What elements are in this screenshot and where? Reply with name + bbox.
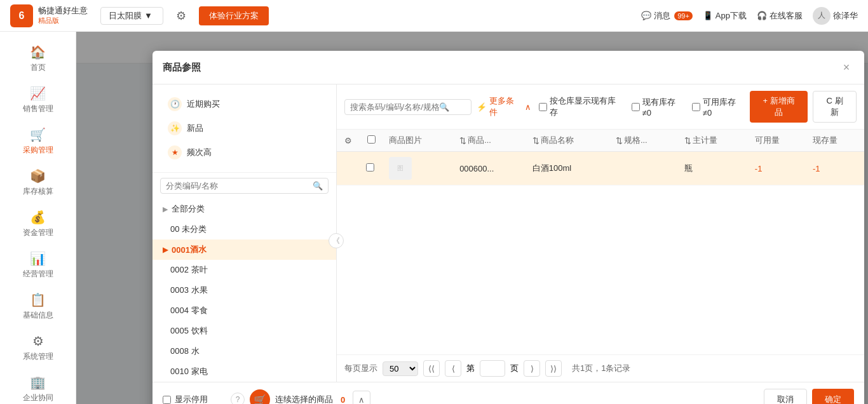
page-total-info: 共1页，1条记录 [572, 363, 630, 374]
select-all-checkbox[interactable] [367, 135, 376, 144]
row-image-cell: 图 [383, 152, 453, 185]
nav-user[interactable]: 人 徐泽华 [813, 7, 858, 25]
sidebar-item-home[interactable]: 🏠 首页 [0, 38, 76, 79]
basics-icon: 📋 [30, 292, 46, 307]
nav-message[interactable]: 💬 消息 99+ [641, 10, 693, 22]
right-panel: 🔍 ⚡ 更多条件 ∧ 按仓库显示现有库存 [337, 84, 864, 382]
sidebar-item-basics[interactable]: 📋 基础信息 [0, 286, 76, 327]
category-item-appliances[interactable]: 0010 家电 [153, 361, 336, 382]
nav-app-download[interactable]: 📱 App下载 [703, 10, 747, 22]
sidebar-item-purchase[interactable]: 🛒 采购管理 [0, 121, 76, 162]
th-product-name[interactable]: ⇅ 商品名称 [526, 130, 609, 152]
checkbox-usable-nonzero[interactable]: 可用库存≠0 [692, 97, 745, 118]
nav-selector[interactable]: 日太阳膜 ▼ [100, 7, 163, 25]
selected-count: 0 [341, 395, 345, 405]
th-stock-qty: 现存量 [806, 130, 864, 152]
th-product-code[interactable]: ⇅ 商品... [453, 130, 526, 152]
next-page-button[interactable]: ⟩ [524, 360, 540, 377]
category-item-alcohol[interactable]: ▶ 0001 酒水 [153, 239, 336, 260]
th-product-image: 商品图片 [383, 130, 453, 152]
table-row[interactable]: 图 000600... 白酒100ml 瓶 -1 -1 [337, 152, 864, 185]
modal-header: 商品参照 × [153, 51, 864, 84]
search-icon[interactable]: 🔍 [439, 102, 449, 112]
category-item-beverages[interactable]: 0005 饮料 [153, 321, 336, 341]
sidebar-item-system[interactable]: ⚙ 系统管理 [0, 327, 76, 368]
help-icon[interactable]: ? [231, 393, 245, 404]
confirm-button[interactable]: 确定 [812, 389, 854, 404]
page-number-input[interactable]: 1 [480, 360, 505, 377]
quick-filter-list: 🕐 近期购买 ✨ 新品 ★ 频次高 [160, 92, 329, 165]
page-size-select[interactable]: 50 100 [383, 361, 418, 376]
th-product-unit[interactable]: ⇅ 主计量 [678, 130, 749, 152]
page-word: 第 [466, 363, 475, 374]
category-item-water[interactable]: 0008 水 [153, 341, 336, 361]
inventory-icon: 📦 [30, 168, 46, 184]
quick-filter-frequent[interactable]: ★ 频次高 [160, 140, 329, 165]
product-table-wrap: ⚙ 商品图片 ⇅ 商品... [337, 130, 864, 354]
sidebar-item-sales[interactable]: 📈 销售管理 [0, 79, 76, 121]
row-spec-cell [609, 152, 678, 185]
chevron-up-icon: ∧ [525, 102, 531, 112]
collapse-cart-button[interactable]: ∧ [353, 391, 370, 404]
row-checkbox[interactable] [366, 163, 374, 172]
message-icon: 💬 [641, 11, 651, 20]
more-filter-button[interactable]: ⚡ 更多条件 ∧ [477, 95, 531, 118]
category-item-tea[interactable]: 0002 茶叶 [153, 260, 336, 280]
category-search-icon[interactable]: 🔍 [313, 181, 323, 191]
row-unit-cell: 瓶 [678, 152, 749, 185]
quick-filter-new[interactable]: ✨ 新品 [160, 116, 329, 140]
quick-filter-recent[interactable]: 🕐 近期购买 [160, 92, 329, 116]
selected-text: 连续选择的商品 [275, 394, 333, 404]
add-product-button[interactable]: + 新增商品 [750, 91, 808, 123]
nav-customer-service[interactable]: 🎧 在线客服 [757, 10, 803, 22]
show-disabled-checkbox[interactable] [163, 396, 171, 404]
prev-page-button[interactable]: ⟨ [445, 360, 461, 377]
category-item-all[interactable]: ▶ 全部分类 [153, 199, 336, 219]
experience-button[interactable]: 体验行业方案 [199, 6, 269, 25]
recent-icon: 🕐 [168, 97, 182, 111]
first-page-button[interactable]: ⟨⟨ [423, 360, 440, 377]
product-reference-modal: 商品参照 × 🕐 近期购买 ✨ [153, 51, 864, 404]
product-search-input[interactable] [350, 102, 439, 112]
home-icon: 🏠 [30, 44, 46, 60]
show-disabled-checkbox-wrap[interactable]: 显示停用 [163, 394, 208, 404]
category-search-input[interactable] [166, 181, 313, 191]
table-header: ⚙ 商品图片 ⇅ 商品... [337, 130, 864, 152]
sidebar-item-enterprise[interactable]: 🏢 企业协同 [0, 368, 76, 404]
th-product-spec[interactable]: ⇅ 规格... [609, 130, 678, 152]
headset-icon: 🎧 [757, 11, 767, 20]
cancel-button[interactable]: 取消 [764, 389, 807, 404]
modal-close-button[interactable]: × [839, 60, 854, 75]
sidebar-item-operations[interactable]: 📊 经营管理 [0, 245, 76, 286]
modal-title: 商品参照 [163, 62, 201, 74]
category-item-uncategorized[interactable]: 00 未分类 [153, 219, 336, 239]
th-available-qty: 可用量 [749, 130, 806, 152]
left-panel: 🕐 近期购买 ✨ 新品 ★ 频次高 [153, 84, 337, 382]
top-nav: 6 畅捷通好生意 精品版 日太阳膜 ▼ ⚙ 体验行业方案 💬 消息 99+ 📱 … [0, 0, 868, 32]
action-buttons: + 新增商品 C 刷新 [750, 91, 857, 123]
purchase-icon: 🛒 [30, 127, 46, 142]
quick-filter-section: 🕐 近期购买 ✨ 新品 ★ 频次高 [153, 84, 336, 173]
th-settings[interactable]: ⚙ [337, 130, 360, 152]
panel-collapse-button[interactable]: 《 [329, 233, 344, 248]
cart-icon[interactable]: 🛒 [250, 389, 270, 404]
checkbox-warehouse-stock[interactable]: 按仓库显示现有库存 [539, 95, 624, 118]
mobile-icon: 📱 [703, 11, 713, 20]
row-checkbox-cell [360, 152, 383, 185]
page-label: 页 [510, 363, 519, 374]
content-area: 商品参照 × 🕐 近期购买 ✨ [76, 32, 868, 404]
last-page-button[interactable]: ⟩⟩ [545, 360, 562, 377]
sidebar-item-finance[interactable]: 💰 资金管理 [0, 203, 76, 245]
checkbox-available-nonzero[interactable]: 现有库存≠0 [632, 97, 684, 118]
frequent-icon: ★ [168, 145, 182, 159]
sidebar-item-inventory[interactable]: 📦 库存核算 [0, 162, 76, 203]
logo-icon: 6 [10, 4, 33, 27]
modal-body: 🕐 近期购买 ✨ 新品 ★ 频次高 [153, 84, 864, 382]
sidebar: 🏠 首页 📈 销售管理 🛒 采购管理 📦 库存核算 💰 资金管理 📊 经营管理 … [0, 32, 76, 404]
category-item-snacks[interactable]: 0004 零食 [153, 300, 336, 321]
refresh-button[interactable]: C 刷新 [813, 91, 857, 123]
settings-icon[interactable]: ⚙ [171, 6, 191, 26]
category-item-fruit[interactable]: 0003 水果 [153, 280, 336, 300]
logo-area: 6 畅捷通好生意 精品版 [10, 4, 88, 27]
footer-cart-section: ? 🛒 连续选择的商品 0 ∧ [231, 389, 370, 404]
